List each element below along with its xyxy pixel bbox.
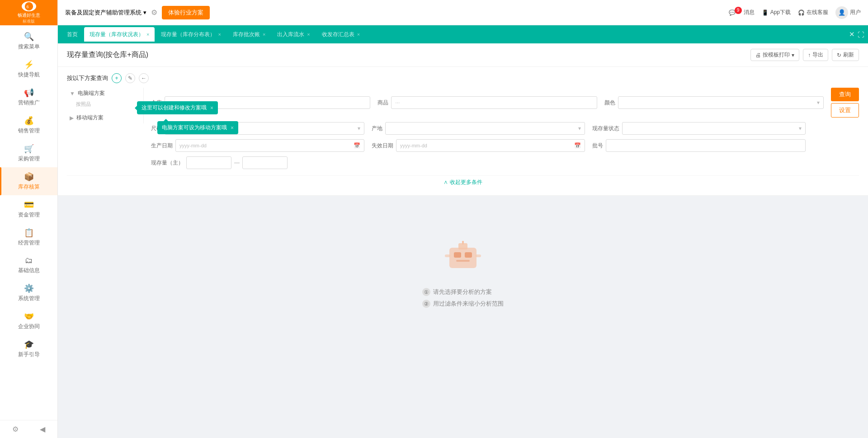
create-scheme-tooltip: 这里可以创建和修改方案哦 × [137, 101, 218, 114]
svg-rect-5 [456, 260, 470, 262]
scheme-tooltip-text: 电脑方案可设为移动方案哦 [162, 124, 227, 132]
tab-batch-account[interactable]: 库存批次账 × [227, 27, 271, 42]
app-download-btn[interactable]: 📱 App下载 [762, 9, 791, 16]
filter-row-1: 仓库 ··· 商品 ··· [151, 88, 859, 118]
sidebar-label-system: 系统管理 [18, 295, 40, 302]
headset-icon: 🎧 [798, 9, 805, 16]
sidebar-label-basicinfo: 基础信息 [18, 267, 40, 274]
batch-input[interactable] [606, 139, 806, 152]
stock-qty-from[interactable] [186, 156, 231, 169]
scheme-desktop-label: 电脑端方案 [78, 89, 105, 97]
scheme-mobile-expand[interactable]: ▶ 移动端方案 [67, 112, 139, 123]
sidebar-item-sales[interactable]: 💰 销售管理 [0, 111, 57, 139]
sidebar-item-marketing[interactable]: 📢 营销推广 [0, 83, 57, 111]
filter-row-3: 生产日期 yyyy-mm-dd 📅 失效日期 yyyy-mm-dd 📅 [151, 139, 859, 152]
expiry-date-cal: 📅 [574, 142, 581, 149]
expiry-date-label: 失效日期 [372, 142, 393, 150]
tab-inout-flow-close[interactable]: × [307, 32, 310, 37]
step-2-text: 用过滤条件来缩小分析范围 [433, 298, 504, 310]
print-label: 按模板打印 [763, 51, 790, 59]
topbar-settings-icon[interactable]: ⚙ [151, 8, 157, 17]
tab-inventory-status-close[interactable]: × [146, 32, 149, 37]
user-btn[interactable]: 👤 用户 [835, 6, 861, 19]
sidebar-item-guide[interactable]: 🎓 新手引导 [0, 335, 57, 363]
scheme-tooltip-close[interactable]: × [231, 125, 234, 131]
industry-solution-btn[interactable]: 体验行业方案 [162, 6, 210, 19]
tab-inventory-status[interactable]: 现存量（库存状况表） × [84, 27, 155, 42]
filter-expiry-date: 失效日期 yyyy-mm-dd 📅 [372, 139, 585, 152]
tab-inventory-dist[interactable]: 现存量（库存分布表） × [156, 27, 226, 42]
color-select[interactable]: ▾ [618, 96, 824, 109]
product-select[interactable]: ··· [391, 96, 597, 109]
tab-summary-close[interactable]: × [357, 32, 360, 37]
sidebar-label-collab: 企业协同 [18, 323, 40, 330]
tab-summary[interactable]: 收发存汇总表 × [316, 27, 365, 42]
empty-illustration [440, 232, 486, 277]
tab-inventory-dist-close[interactable]: × [218, 32, 221, 37]
settings-icon[interactable]: ⚙ [12, 425, 19, 433]
production-date-label: 生产日期 [151, 142, 173, 150]
sidebar-item-purchase[interactable]: 🛒 采购管理 [0, 139, 57, 167]
print-btn[interactable]: 🖨 按模板打印 ▾ [750, 49, 799, 61]
page-actions: 🖨 按模板打印 ▾ ↑ 导出 ↻ 刷新 [750, 49, 859, 61]
filter-label: 按以下方案查询 [67, 74, 108, 82]
maximize-btn[interactable]: ⛶ [858, 30, 864, 38]
sidebar-item-collab[interactable]: 🤝 企业协同 [0, 307, 57, 335]
page-header: 现存量查询(按仓库+商品) 🖨 按模板打印 ▾ ↑ 导出 ↻ 刷新 [58, 43, 868, 67]
sidebar-item-basic-info[interactable]: 🗂 基础信息 [0, 251, 57, 279]
sidebar-item-search[interactable]: 🔍 搜索菜单 [0, 27, 57, 55]
collapse-filters-btn[interactable]: ∧ 收起更多条件 [67, 175, 859, 189]
filter-row-2: 尺码 ▾ 产地 ▾ [151, 122, 859, 135]
export-icon: ↑ [808, 52, 811, 58]
origin-select[interactable]: ▾ [385, 122, 585, 135]
messages-btn[interactable]: 💬 9 消息 [729, 9, 755, 16]
avatar: 👤 [835, 6, 848, 19]
content-area: 现存量查询(按仓库+商品) 🖨 按模板打印 ▾ ↑ 导出 ↻ 刷新 [58, 43, 868, 438]
tab-home[interactable]: 首页 [61, 27, 83, 42]
sidebar-label-operations: 经营管理 [18, 239, 40, 247]
search-btn[interactable]: 查询 [831, 88, 859, 101]
sales-icon: 💰 [24, 116, 34, 126]
expand-arrow-icon: ▼ [70, 90, 75, 97]
collab-icon: 🤝 [24, 311, 34, 321]
sidebar-item-operations[interactable]: 📋 经营管理 [0, 223, 57, 251]
refresh-icon: ↻ [837, 52, 841, 58]
sidebar-item-finance[interactable]: 💳 资金管理 [0, 195, 57, 223]
filter-production-date: 生产日期 yyyy-mm-dd 📅 [151, 139, 364, 152]
refresh-label: 刷新 [843, 51, 854, 59]
scheme-desktop-expand[interactable]: ▼ 电脑端方案 [67, 88, 139, 99]
add-scheme-btn[interactable]: + [112, 73, 122, 83]
edit-scheme-btn[interactable]: ✎ [125, 73, 135, 83]
create-tooltip-close[interactable]: × [210, 105, 213, 111]
sidebar-item-inventory[interactable]: 📦 库存核算 [0, 167, 57, 195]
production-date-from[interactable]: yyyy-mm-dd 📅 [175, 139, 364, 152]
sidebar-item-system[interactable]: ⚙️ 系统管理 [0, 279, 57, 307]
tab-batch-account-close[interactable]: × [263, 32, 265, 37]
sidebar-item-quicknav[interactable]: ⚡ 快捷导航 [0, 55, 57, 83]
system-name: 装备及固定资产辅助管理系统 [65, 9, 142, 17]
system-dropdown[interactable]: 装备及固定资产辅助管理系统 ▾ [65, 9, 146, 17]
tab-inventory-status-label: 现存量（库存状况表） [90, 31, 144, 38]
svg-rect-8 [445, 254, 450, 257]
empty-steps: ① 请先选择要分析的方案 ② 用过滤条件来缩小分析范围 [422, 286, 504, 310]
prod-date-from-cal: 📅 [354, 142, 360, 149]
tab-inout-flow[interactable]: 出入库流水 × [272, 27, 315, 42]
back-scheme-btn[interactable]: ← [139, 73, 149, 83]
page-title: 现存量查询(按仓库+商品) [67, 50, 148, 60]
export-btn[interactable]: ↑ 导出 [803, 49, 828, 61]
scheme-desktop-item[interactable]: 按照品 [67, 99, 139, 109]
expiry-date-from[interactable]: yyyy-mm-dd 📅 [396, 139, 585, 152]
tabs-bar: 首页 现存量（库存状况表） × 现存量（库存分布表） × 库存批次账 × 出入库… [58, 25, 868, 43]
scheme-desktop-sub: 按照品 [76, 101, 91, 108]
marketing-icon: 📢 [24, 88, 34, 98]
tab-home-label: 首页 [67, 31, 78, 38]
refresh-btn[interactable]: ↻ 刷新 [832, 49, 859, 61]
collapse-sidebar-btn[interactable]: ◀ [40, 425, 45, 433]
stock-status-select[interactable]: ▾ [622, 122, 806, 135]
svg-text:6: 6 [26, 4, 28, 9]
filter-batch: 批号 [592, 139, 806, 152]
stock-qty-to[interactable] [242, 156, 288, 169]
online-service-btn[interactable]: 🎧 在线客服 [798, 9, 828, 16]
reset-btn[interactable]: 设置 [831, 103, 859, 118]
close-all-tabs-btn[interactable]: ✕ [849, 30, 855, 38]
